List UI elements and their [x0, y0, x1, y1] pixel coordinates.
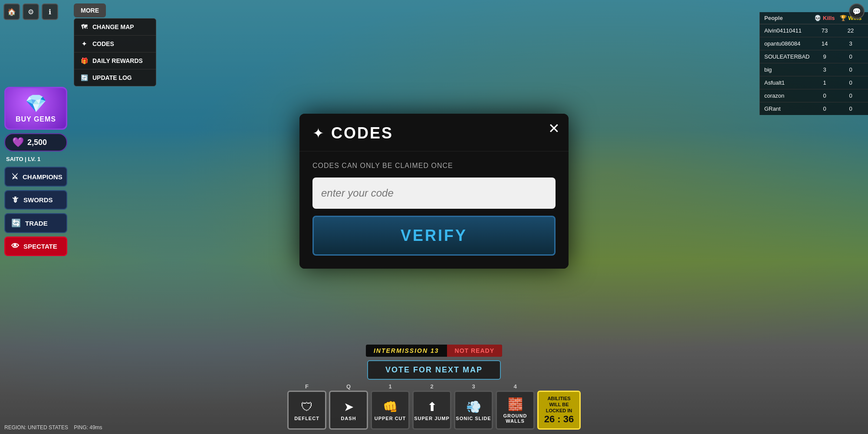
- codes-modal: ✦ CODES ✕ CODES CAN ONLY BE CLAIMED ONCE…: [299, 114, 569, 269]
- modal-close-button[interactable]: ✕: [548, 122, 560, 135]
- code-input[interactable]: [312, 178, 556, 209]
- modal-body: CODES CAN ONLY BE CLAIMED ONCE VERIFY: [299, 151, 569, 269]
- modal-subtitle: CODES CAN ONLY BE CLAIMED ONCE: [312, 162, 556, 170]
- modal-title: CODES: [331, 124, 393, 142]
- verify-button[interactable]: VERIFY: [312, 216, 556, 256]
- modal-overlay: ✦ CODES ✕ CODES CAN ONLY BE CLAIMED ONCE…: [0, 0, 868, 434]
- modal-header: ✦ CODES ✕: [299, 114, 569, 151]
- sparkle-icon: ✦: [312, 125, 324, 141]
